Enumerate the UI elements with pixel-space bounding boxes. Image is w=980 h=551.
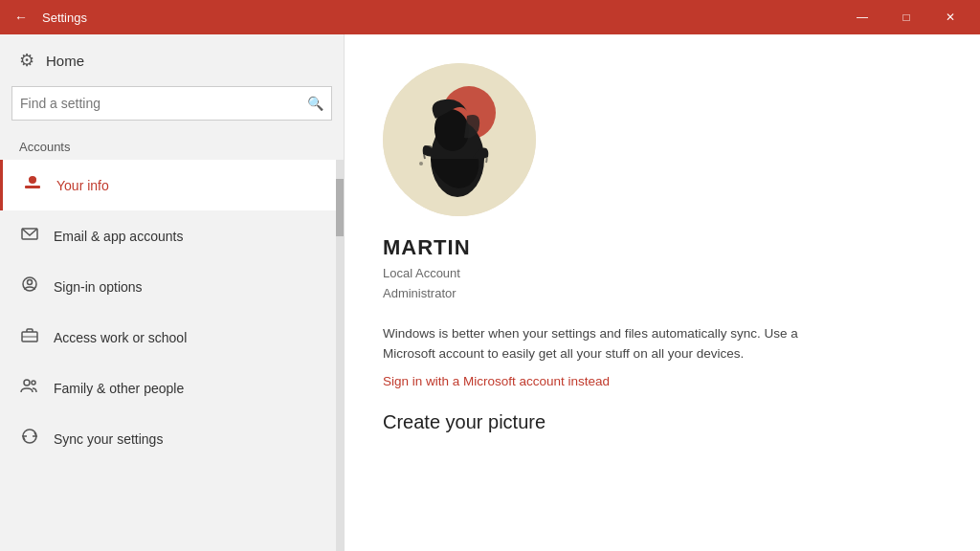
scrollbar-track[interactable] (336, 160, 344, 551)
sidebar-item-sign-in[interactable]: Sign-in options (0, 261, 344, 312)
title-bar: ← Settings — □ ✕ (0, 0, 980, 34)
avatar-image (383, 63, 536, 216)
sync-message: Windows is better when your settings and… (383, 323, 842, 364)
svg-point-1 (29, 176, 36, 184)
user-avatar (383, 63, 536, 216)
sidebar-item-your-info[interactable]: Your info (0, 160, 344, 210)
ms-account-link[interactable]: Sign in with a Microsoft account instead (383, 374, 942, 388)
back-icon: ← (14, 10, 28, 25)
user-role-admin: Administrator (383, 284, 942, 304)
sync-icon (19, 427, 40, 451)
sidebar-item-work-school[interactable]: Access work or school (0, 312, 344, 363)
sidebar-item-label-family: Family & other people (54, 381, 184, 396)
search-input[interactable] (20, 96, 307, 111)
sidebar-item-label-email: Email & app accounts (54, 229, 183, 244)
your-info-icon (22, 173, 43, 197)
sidebar-item-label-signin: Sign-in options (54, 279, 143, 295)
email-icon (19, 224, 40, 248)
user-name: MARTIN (383, 235, 942, 260)
home-icon: ⚙ (19, 50, 34, 71)
close-button[interactable]: ✕ (928, 0, 972, 34)
svg-point-5 (28, 280, 33, 285)
scrollbar-thumb[interactable] (336, 179, 344, 236)
svg-point-9 (32, 381, 35, 385)
briefcase-icon (19, 325, 40, 349)
sidebar-item-label-sync: Sync your settings (54, 431, 163, 447)
main-content: MARTIN Local Account Administrator Windo… (345, 34, 980, 551)
create-picture-title: Create your picture (383, 411, 942, 433)
window-title: Settings (34, 11, 840, 25)
maximize-icon: □ (902, 11, 909, 24)
search-icon: 🔍 (307, 96, 323, 111)
svg-rect-0 (25, 186, 40, 188)
sign-in-icon (19, 275, 40, 298)
app-body: ⚙ Home 🔍 Accounts Y (0, 34, 980, 551)
sidebar-item-family[interactable]: Family & other people (0, 363, 344, 413)
people-icon (19, 376, 40, 400)
minimize-icon: — (857, 11, 868, 24)
close-icon: ✕ (946, 11, 955, 24)
svg-point-16 (419, 162, 423, 165)
sidebar-item-label-your-info: Your info (56, 178, 109, 193)
minimize-button[interactable]: — (840, 0, 884, 34)
sidebar-item-label-work: Access work or school (54, 330, 187, 345)
sidebar: ⚙ Home 🔍 Accounts Y (0, 34, 345, 551)
maximize-button[interactable]: □ (884, 0, 928, 34)
sidebar-nav: Your info Email & app accounts (0, 160, 344, 551)
sidebar-item-email-app[interactable]: Email & app accounts (0, 210, 344, 261)
home-label: Home (46, 53, 84, 69)
svg-point-8 (24, 380, 30, 386)
sidebar-home-button[interactable]: ⚙ Home (0, 34, 344, 86)
window-controls: — □ ✕ (840, 0, 972, 34)
back-button[interactable]: ← (8, 4, 34, 31)
accounts-section-label: Accounts (0, 132, 344, 160)
search-box: 🔍 (11, 86, 332, 121)
sidebar-item-sync[interactable]: Sync your settings (0, 413, 344, 464)
search-box-wrap: 🔍 (0, 86, 344, 132)
user-role-local: Local Account (383, 264, 942, 284)
